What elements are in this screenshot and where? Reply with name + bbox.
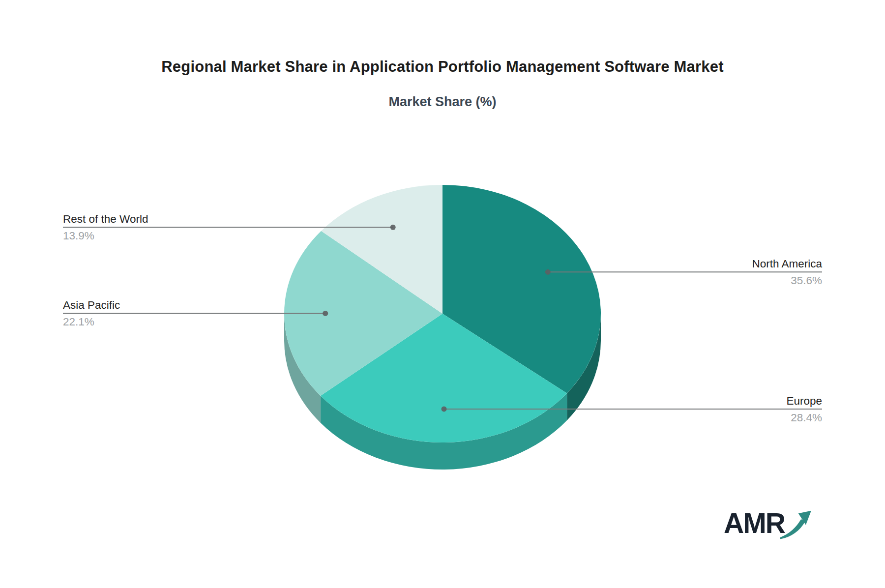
slice-value: 13.9% (63, 227, 289, 245)
chart-canvas: Regional Market Share in Application Por… (0, 0, 885, 588)
leader-dot-rest-of-the-world (390, 225, 396, 230)
leader-dot-europe (442, 406, 447, 412)
slice-label: North America (596, 256, 822, 272)
slice-value: 35.6% (596, 272, 822, 290)
leader-dot-north-america (545, 269, 551, 275)
slice-value: 28.4% (596, 409, 822, 427)
slice-label: Europe (596, 393, 822, 409)
slice-label: Asia Pacific (63, 297, 289, 313)
slice-value: 22.1% (63, 313, 289, 331)
slice-label: Rest of the World (63, 211, 289, 227)
pie-label-europe: Europe 28.4% (596, 393, 822, 427)
pie-label-rest-of-the-world: Rest of the World 13.9% (63, 211, 289, 245)
amr-logo-text: AMR (724, 508, 785, 538)
pie-chart-svg (0, 0, 885, 588)
leader-dot-asia-pacific (323, 311, 328, 316)
arrow-tail (780, 519, 805, 539)
pie-label-asia-pacific: Asia Pacific 22.1% (63, 297, 289, 331)
growth-arrow-icon (779, 509, 815, 540)
pie-label-north-america: North America 35.6% (596, 256, 822, 290)
amr-logo: AMR (724, 508, 815, 540)
